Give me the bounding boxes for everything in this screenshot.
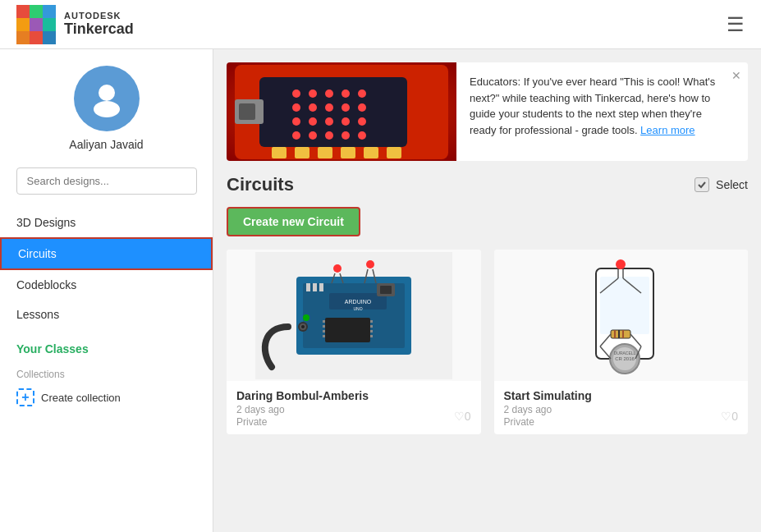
svg-point-74 — [616, 259, 626, 269]
create-collection-button[interactable]: + Create collection — [0, 383, 213, 411]
create-collection-label: Create collection — [41, 392, 121, 404]
username-label: Aaliyan Javaid — [69, 138, 143, 151]
svg-rect-47 — [325, 318, 370, 342]
svg-point-65 — [333, 264, 342, 273]
select-checkbox[interactable] — [695, 177, 709, 192]
tinkercad-wordmark: AUTODESK Tinkercad — [64, 11, 134, 38]
user-profile-section: Aaliyan Javaid — [69, 66, 143, 151]
svg-point-25 — [325, 117, 333, 126]
microbit-illustration — [235, 65, 448, 159]
svg-text:DURACELL: DURACELL — [614, 351, 636, 355]
svg-rect-36 — [295, 147, 309, 158]
sidebar: Aaliyan Javaid 3D Designs Circuits Codeb… — [0, 49, 213, 532]
tinkercad-logo-icon — [16, 5, 56, 44]
select-section: Select — [695, 177, 748, 192]
svg-point-13 — [292, 89, 300, 98]
card-title-1: Start Simulating — [504, 389, 739, 402]
svg-rect-38 — [341, 147, 355, 158]
svg-rect-54 — [370, 330, 373, 332]
svg-rect-6 — [16, 31, 30, 44]
sidebar-item-lessons[interactable]: Lessons — [0, 300, 213, 329]
svg-point-30 — [325, 131, 333, 140]
sidebar-item-3d-designs[interactable]: 3D Designs — [0, 208, 213, 237]
autodesk-label: AUTODESK — [64, 11, 134, 21]
card-meta-0: 2 days ago Private ♡0 — [236, 404, 471, 428]
card-title-0: Daring Bombul-Amberis — [236, 389, 471, 402]
svg-rect-60 — [319, 283, 323, 291]
banner-image — [227, 62, 456, 161]
svg-rect-2 — [43, 5, 56, 18]
svg-rect-5 — [43, 18, 56, 31]
svg-rect-53 — [370, 325, 373, 328]
heart-icon-0[interactable]: ♡0 — [454, 410, 471, 423]
svg-rect-0 — [16, 5, 30, 18]
design-card-0[interactable]: ARDUINO UNO — [227, 250, 481, 434]
user-avatar-icon — [86, 78, 127, 119]
nav-items-list: 3D Designs Circuits Codeblocks Lessons — [0, 208, 213, 329]
svg-text:CR 2016: CR 2016 — [615, 356, 635, 361]
checkmark-icon — [697, 180, 707, 190]
svg-rect-48 — [323, 320, 325, 323]
card-meta-left-1: 2 days ago Private — [504, 404, 552, 428]
svg-point-21 — [342, 103, 350, 112]
svg-point-9 — [99, 85, 115, 101]
create-circuit-button[interactable]: Create new Circuit — [227, 207, 360, 236]
svg-point-31 — [342, 131, 350, 140]
svg-rect-55 — [370, 335, 373, 337]
sidebar-item-circuits[interactable]: Circuits — [0, 237, 213, 270]
svg-rect-37 — [318, 147, 332, 158]
svg-point-61 — [303, 314, 309, 321]
svg-point-68 — [366, 260, 374, 268]
card-thumbnail-0: ARDUINO UNO — [227, 250, 481, 381]
collections-label: Collections — [0, 359, 213, 383]
card-meta-1: 2 days ago Private ♡0 — [504, 404, 739, 428]
svg-rect-39 — [364, 147, 378, 158]
svg-point-22 — [358, 103, 366, 112]
menu-icon[interactable]: ☰ — [727, 13, 745, 36]
banner-text-content: Educators: If you've ever heard "This is… — [456, 62, 748, 161]
banner-close-button[interactable]: ✕ — [731, 69, 741, 82]
svg-rect-52 — [370, 320, 373, 323]
card-info-0: Daring Bombul-Amberis 2 days ago Private… — [227, 381, 481, 434]
design-card-1[interactable]: DURACELL CR 2016 Start Simulating — [494, 250, 749, 434]
circuits-header: Circuits Select — [227, 174, 748, 195]
search-input[interactable] — [16, 167, 197, 195]
svg-point-64 — [301, 325, 305, 328]
svg-rect-4 — [30, 18, 43, 31]
svg-rect-49 — [323, 325, 325, 328]
learn-more-link[interactable]: Learn more — [640, 124, 695, 136]
card-date-0: 2 days ago — [236, 404, 285, 415]
svg-rect-12 — [259, 77, 407, 147]
svg-rect-77 — [611, 330, 630, 338]
svg-point-32 — [358, 131, 366, 140]
tinkercad-label: Tinkercad — [64, 21, 134, 38]
heart-icon-1[interactable]: ♡0 — [721, 410, 738, 423]
svg-point-18 — [292, 103, 300, 112]
svg-point-28 — [292, 131, 300, 140]
card-thumbnail-1: DURACELL CR 2016 — [494, 250, 749, 381]
svg-text:ARDUINO: ARDUINO — [345, 299, 372, 305]
svg-point-19 — [309, 103, 317, 112]
svg-point-23 — [292, 117, 300, 126]
svg-point-16 — [342, 89, 350, 98]
top-navigation: AUTODESK Tinkercad ☰ — [0, 0, 761, 49]
svg-rect-8 — [43, 31, 56, 44]
content-area: Educators: If you've ever heard "This is… — [213, 49, 761, 532]
svg-point-24 — [309, 117, 317, 126]
card-info-1: Start Simulating 2 days ago Private ♡0 — [494, 381, 749, 434]
svg-rect-51 — [323, 335, 325, 337]
led-circuit-illustration: DURACELL CR 2016 — [539, 252, 703, 379]
svg-rect-73 — [600, 277, 649, 334]
svg-point-17 — [358, 89, 366, 98]
svg-rect-40 — [387, 147, 401, 158]
svg-point-15 — [325, 89, 333, 98]
sidebar-item-codeblocks[interactable]: Codeblocks — [0, 270, 213, 300]
brand-logo-area: AUTODESK Tinkercad — [16, 5, 134, 44]
banner-image-inner — [227, 62, 456, 161]
svg-rect-1 — [30, 5, 43, 18]
create-collection-icon: + — [16, 388, 34, 406]
circuits-title: Circuits — [227, 174, 294, 195]
svg-point-26 — [342, 117, 350, 126]
svg-text:UNO: UNO — [353, 306, 362, 311]
svg-rect-57 — [380, 286, 392, 294]
